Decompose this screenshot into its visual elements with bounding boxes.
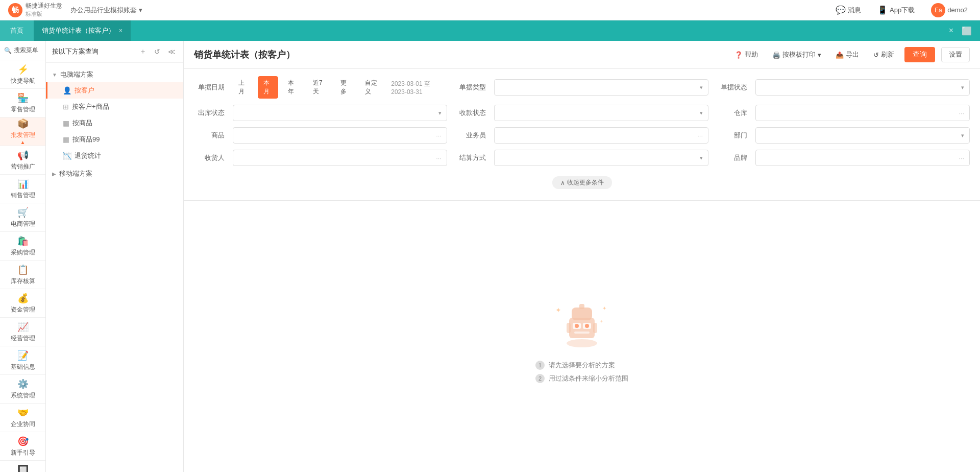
department-label: 部门 [717,131,747,140]
tree-group-mobile-header[interactable]: ▶ 移动端方案 [46,166,183,181]
product99-icon: ▦ [63,135,69,144]
app-logo: 畅 [8,3,22,17]
date-last-month-btn[interactable]: 上月 [233,76,254,99]
receipt-status-arrow-icon: ▾ [700,110,703,116]
tree-item-return-stats[interactable]: 📉 退货统计 [46,148,183,164]
sidebar-item-retail[interactable]: 🏪 零售管理 [0,89,45,117]
brand-input[interactable]: ··· [755,150,970,166]
scheme-refresh-btn[interactable]: ↺ [152,46,163,57]
page-title: 销货单统计表（按客户） [194,49,295,61]
tree-item-by-customer[interactable]: 👤 按客户 [46,82,183,99]
warehouse-input[interactable]: ··· [755,105,970,121]
sidebar-search[interactable]: 🔍 搜索菜单 [0,41,45,60]
product-input[interactable]: ··· [233,127,447,144]
sidebar-item-marketing[interactable]: 📢 营销推广 [0,146,45,175]
tab-home[interactable]: 首页 [0,20,34,41]
date-this-month-btn[interactable]: 本月 [258,76,279,99]
refresh-btn[interactable]: ↺ 刷新 [869,48,898,61]
sidebar-item-sales[interactable]: 📊 销售管理 [0,175,45,203]
doc-type-dropdown[interactable]: ▾ [494,79,708,96]
tree-item-by-product99[interactable]: ▦ 按商品99 [46,131,183,148]
sidebar-item-system[interactable]: ⚙️ 系统管理 [0,375,45,404]
svg-point-4 [575,324,579,328]
app-download-btn[interactable]: 📱 App下载 [873,3,919,17]
date-custom-btn[interactable]: 自定义 [359,76,385,99]
product-label: 商品 [194,131,225,140]
doc-type-label: 单据类型 [455,83,486,92]
warehouse-control: ··· [755,105,970,121]
out-status-label: 出库状态 [194,108,225,117]
refresh-icon: ↺ [154,48,160,56]
tab-active[interactable]: 销货单统计表（按客户） × [34,20,131,41]
salesperson-input[interactable]: ··· [494,127,708,144]
scheme-add-btn[interactable]: ＋ [137,46,149,57]
query-btn[interactable]: 查询 [904,47,935,62]
receipt-status-label: 收款状态 [455,108,486,117]
app-selector[interactable]: 办公用品行业模拟账套 ▾ [66,4,146,17]
sidebar-item-newbie[interactable]: 🎯 新手引导 [0,432,45,461]
sidebar-item-operations[interactable]: 📈 经营管理 [0,318,45,346]
filter-row-1: 单据日期 上月 本月 本年 近7天 更多 自定义 2023-03-01 至 20… [194,76,970,99]
tab-close-btn[interactable]: × [119,27,122,34]
sidebar: 🔍 搜索菜单 ⚡ 快捷导航 🏪 零售管理 📦 批发管理 ▲ 📢 营销推广 📊 销… [0,41,46,472]
department-control: ▾ [755,127,970,144]
tab-minimize-btn[interactable]: × [947,24,955,37]
tree-group-mobile: ▶ 移动端方案 [46,166,183,181]
basic-icon: 📝 [17,350,29,361]
collapse-btn[interactable]: ∧ 收起更多条件 [552,176,612,189]
scheme-collapse-btn[interactable]: ≪ [166,46,177,57]
tab-bar-actions: × ⬜ [947,24,980,38]
sidebar-item-finance[interactable]: 💰 资金管理 [0,289,45,318]
tree-item-by-product[interactable]: ▦ 按商品 [46,115,183,131]
system-icon: ⚙️ [17,379,29,390]
add-icon: ＋ [139,47,146,56]
tree-item-by-customer-product[interactable]: ⊞ 按客户+商品 [46,99,183,115]
desktop-group-label: 电脑端方案 [60,70,93,79]
tab-maximize-btn[interactable]: ⬜ [960,24,974,38]
out-status-dropdown[interactable]: ▾ [233,105,447,121]
doc-status-dropdown[interactable]: ▾ [755,79,970,96]
scheme-panel-header: 按以下方案查询 ＋ ↺ ≪ [46,41,183,63]
sidebar-item-quicknav[interactable]: ⚡ 快捷导航 [0,60,45,89]
tab-bar: 首页 销货单统计表（按客户） × × ⬜ [0,20,980,41]
filter-row-3: 商品 ··· 业务员 ··· 部门 [194,127,970,144]
product-dots-icon: ··· [436,132,442,139]
export-icon: 📤 [836,51,844,59]
export-btn[interactable]: 📤 导出 [831,48,863,61]
sidebar-item-enterprise[interactable]: 🤝 企业协同 [0,404,45,432]
sidebar-item-ecommerce[interactable]: 🛒 电商管理 [0,203,45,232]
date-7days-btn[interactable]: 近7天 [307,76,331,99]
consignee-input[interactable]: ··· [233,150,447,166]
filter-row-4: 收货人 ··· 结算方式 ▾ 品牌 [194,150,970,166]
message-btn[interactable]: 💬 消息 [831,3,865,17]
date-this-year-btn[interactable]: 本年 [282,76,303,99]
template-print-btn[interactable]: 🖨️ 按模板打印 ▾ [768,48,825,61]
page-header: 销货单统计表（按客户） ❓ 帮助 🖨️ 按模板打印 ▾ 📤 导出 [184,41,980,69]
content-area: 按以下方案查询 ＋ ↺ ≪ ▼ 电脑端方案 [46,41,980,472]
tree-group-desktop: ▼ 电脑端方案 👤 按客户 ⊞ 按客户+商品 ▦ 按商品 [46,67,183,164]
receipt-status-dropdown[interactable]: ▾ [494,105,708,121]
settlement-label: 结算方式 [455,153,486,162]
operations-icon: 📈 [17,321,29,333]
tree-group-desktop-header[interactable]: ▼ 电脑端方案 [46,67,183,82]
retail-icon: 🏪 [17,92,29,104]
sidebar-item-purchase[interactable]: 🛍️ 采购管理 [0,232,45,261]
svg-text:✦: ✦ [600,319,603,324]
settings-btn[interactable]: 设置 [941,47,970,62]
sidebar-item-wholesale[interactable]: 📦 批发管理 ▲ [0,117,45,146]
help-btn[interactable]: ❓ 帮助 [730,48,762,61]
sidebar-item-apps[interactable]: 🔲 应用中心 [0,461,45,472]
user-menu-btn[interactable]: Ea demo2 [927,1,972,19]
settlement-control: ▾ [494,150,708,166]
tip-num-1: 1 [535,361,545,370]
sidebar-item-inventory[interactable]: 📋 库存核算 [0,261,45,289]
date-more-btn[interactable]: 更多 [335,76,356,99]
department-dropdown[interactable]: ▾ [755,127,970,144]
doc-status-control: ▾ [755,79,970,96]
sidebar-item-basic[interactable]: 📝 基础信息 [0,346,45,375]
product-control: ··· [233,127,447,144]
tip-num-2: 2 [535,374,545,383]
customer-icon: 👤 [63,86,71,95]
inventory-icon: 📋 [17,264,29,275]
settlement-dropdown[interactable]: ▾ [494,150,708,166]
